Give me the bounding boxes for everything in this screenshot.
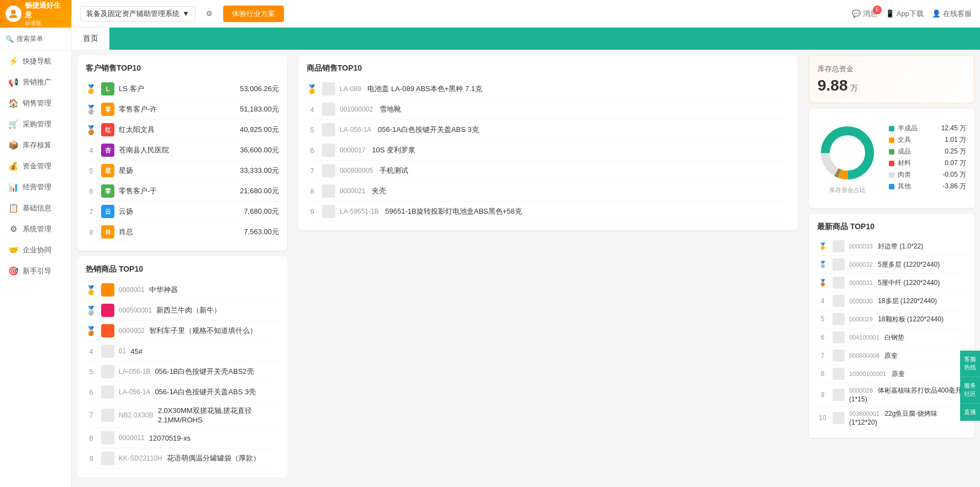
collab-icon: 🤝 <box>8 245 18 255</box>
product-sales-title: 商品销售TOP10 <box>307 63 789 73</box>
left-panel: 客户销售TOP10 🥇 L LS 客户 53,006.26元 🥈 零 零售客户-… <box>72 50 293 487</box>
product-name: 18多层 (1220*2440) <box>878 297 937 305</box>
product-info: 004100001 白钢垫 <box>849 333 966 342</box>
product-name: 056-1A白色按键开关盖ABS 3壳 <box>155 387 279 397</box>
sidebar-item-operations[interactable]: 📊 经营管理 <box>0 177 71 198</box>
operations-icon: 📊 <box>8 182 18 192</box>
topbar: 装备及固定资产辅助管理系统 ▼ ⚙ 体验行业方案 💬 消息 6 📱 App下载 … <box>72 0 980 28</box>
app-download-btn[interactable]: 📱 App下载 <box>886 9 924 19</box>
trial-button[interactable]: 体验行业方案 <box>223 6 284 22</box>
legend-dot <box>889 161 894 166</box>
sidebar-item-finance[interactable]: 💰 资金管理 <box>0 156 71 177</box>
guide-icon: 🎯 <box>8 266 18 276</box>
sidebar-search[interactable]: 🔍 搜索菜单 <box>0 28 71 51</box>
rank-number: 8 <box>307 187 318 195</box>
rank-number: 8 <box>86 434 97 442</box>
legend-dot <box>889 149 894 155</box>
inventory-icon: 📦 <box>8 140 18 150</box>
sidebar: 畅捷通好生意 标准版 🔍 搜索菜单 ⚡ 快捷导航 📢 营销推广 🏠 销售管理 🛒… <box>0 0 72 487</box>
avatar: 零 <box>101 184 114 198</box>
product-code: 0000028 <box>849 387 873 394</box>
brand-name: 畅捷通好生意 <box>25 1 66 20</box>
live-btn[interactable]: 直播 <box>960 404 980 421</box>
topbar-right: 💬 消息 6 📱 App下载 👤 在线客服 <box>852 9 972 19</box>
list-item: 6 0000017 10S 变利罗浆 <box>307 140 789 161</box>
chart-container: 库存资金占比 半成品 12.45 万 文具 1.01 万 <box>817 117 966 200</box>
product-image <box>833 258 845 271</box>
product-info: 0000028 体彬嘉核味苏打饮品400毫升 (1*15) <box>849 386 966 403</box>
product-image <box>101 385 114 399</box>
sidebar-item-system[interactable]: ⚙ 系统管理 <box>0 219 71 240</box>
product-code: LA-056-1B <box>119 368 150 375</box>
sidebar-item-basic-info[interactable]: 📋 基础信息 <box>0 198 71 219</box>
sidebar-item-inventory[interactable]: 📦 库存核算 <box>0 135 71 156</box>
list-item: 🥇 L LS 客户 53,006.26元 <box>86 79 279 99</box>
product-name: 056-1A白色按键开关盖ABS 3克 <box>378 125 479 134</box>
list-item: 6 零 零售客户-于 21,680.00元 <box>86 181 279 202</box>
system-selector[interactable]: 装备及固定资产辅助管理系统 ▼ <box>80 6 196 22</box>
sidebar-item-sales[interactable]: 🏠 销售管理 <box>0 93 71 114</box>
rank-number: 8 <box>817 370 828 378</box>
list-item: 7 NB2.0X30B 2.0X30MM双搓花轴,搓花直径2.1MM/ROHS <box>86 403 279 428</box>
service-community-label: 服务 社区 <box>964 382 976 397</box>
list-item: 9 KK-SD22110H 花语萌偶温分罐罐袋（厚款） <box>86 448 279 469</box>
list-item: 6 004100001 白钢垫 <box>817 329 966 347</box>
float-buttons: 客服 热线 服务 社区 直播 <box>960 351 980 421</box>
chart-sub-label: 库存资金占比 <box>829 186 866 194</box>
product-code: LA-056-1A <box>119 388 150 396</box>
online-service-label: 在线客服 <box>943 9 972 19</box>
settings-button[interactable]: ⚙ <box>201 6 218 22</box>
product-code: 000500001 <box>119 306 152 314</box>
product-image <box>322 82 335 96</box>
rank-number: 5 <box>86 167 97 175</box>
list-item: 4 0000030 18多层 (1220*2440) <box>817 292 966 310</box>
customer-ranking-list: 🥇 L LS 客户 53,006.26元 🥈 零 零售客户-许 51,183.0… <box>86 79 279 242</box>
list-item: 10 003800001 22g鱼豆腐-烧烤味 (1*12*20) <box>817 406 966 430</box>
sidebar-item-guide[interactable]: 🎯 新手引导 <box>0 261 71 282</box>
list-item: 4 01 45# <box>86 341 279 362</box>
tab-home[interactable]: 首页 <box>72 28 109 50</box>
rank-number: 9 <box>307 208 318 216</box>
service-community-btn[interactable]: 服务 社区 <box>960 377 980 404</box>
sidebar-item-quick-nav[interactable]: ⚡ 快捷导航 <box>0 51 71 72</box>
notification-btn[interactable]: 💬 消息 6 <box>852 9 877 19</box>
list-item: 7 000800005 手机测试 <box>307 161 789 181</box>
rank-number: 7 <box>86 411 97 419</box>
quick-nav-icon: ⚡ <box>8 56 18 66</box>
customer-name: 苍南县人民医院 <box>119 145 235 155</box>
legend-label: 其他 <box>898 182 939 191</box>
rank-number: 6 <box>86 388 97 396</box>
sales-label: 销售管理 <box>23 98 51 108</box>
rank-number: 5 <box>307 126 318 134</box>
search-menu-btn[interactable]: 🔍 搜索菜单 <box>6 32 66 46</box>
product-image <box>101 283 114 297</box>
sidebar-item-collab[interactable]: 🤝 企业协同 <box>0 240 71 261</box>
customer-value: 7,563.00元 <box>244 227 279 237</box>
latest-products-title: 最新商品 TOP10 <box>817 222 966 232</box>
product-info: 0000032 5厘多层 (1220*2440) <box>849 260 966 269</box>
legend-label: 肉类 <box>898 170 939 179</box>
sales-icon: 🏠 <box>8 98 18 108</box>
product-code: 0000029 <box>849 316 873 322</box>
sidebar-item-purchase[interactable]: 🛒 采购管理 <box>0 114 71 135</box>
customer-service-btn[interactable]: 客服 热线 <box>960 351 980 377</box>
list-item: 8 肖 肖总 7,563.00元 <box>86 222 279 242</box>
sidebar-item-marketing[interactable]: 📢 营销推广 <box>0 72 71 93</box>
chart-legend: 半成品 12.45 万 文具 1.01 万 成品 0.25 万 <box>889 124 966 193</box>
rank-number: 6 <box>307 146 318 155</box>
product-code: LA-59651-1B <box>340 208 379 215</box>
product-code: 0000032 <box>849 261 873 268</box>
list-item: 5 LA-056-1A 056-1A白色按键开关盖ABS 3克 <box>307 120 789 140</box>
marketing-label: 营销推广 <box>23 77 51 87</box>
stock-total-label: 库存总资金 <box>818 64 966 74</box>
medal-icon: 🥉 <box>86 326 97 336</box>
rank-number: 5 <box>817 315 828 323</box>
sidebar-logo: 畅捷通好生意 标准版 <box>0 0 71 28</box>
customer-value: 40,925.00元 <box>240 125 279 135</box>
online-service-btn[interactable]: 👤 在线客服 <box>932 9 972 19</box>
legend-value: -0.05 万 <box>942 170 966 179</box>
right-panel: 库存总资金 9.88 万 <box>803 50 980 487</box>
product-name: 新西兰牛肉（新牛） <box>156 305 279 315</box>
legend-label: 成品 <box>898 147 941 156</box>
list-item: 8 10000100001 原奎 <box>817 365 966 383</box>
